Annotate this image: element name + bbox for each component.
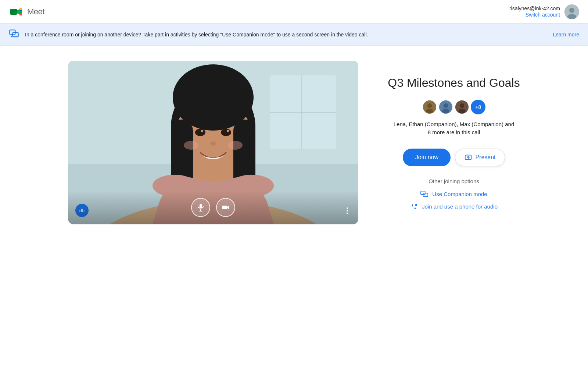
participants-avatars: +8	[422, 100, 485, 114]
participant-avatar-2	[438, 100, 453, 114]
svg-rect-15	[270, 112, 336, 113]
svg-rect-1	[10, 9, 17, 15]
video-preview	[68, 61, 358, 224]
phone-audio-link[interactable]: Join and use a phone for audio	[410, 203, 498, 211]
svg-point-49	[458, 108, 466, 113]
more-options-button[interactable]	[344, 204, 351, 217]
avatar[interactable]	[564, 4, 579, 19]
svg-point-23	[173, 64, 254, 131]
svg-point-29	[184, 141, 198, 150]
microphone-button[interactable]	[191, 198, 210, 217]
meeting-panel: Q3 Milestones and Goals	[388, 61, 520, 215]
header: Meet risalynes@ink-42.com Switch account	[0, 0, 588, 24]
svg-point-24	[195, 129, 205, 136]
svg-rect-53	[423, 193, 428, 196]
svg-point-46	[442, 108, 449, 113]
account-area: risalynes@ink-42.com Switch account	[509, 4, 579, 19]
companion-mode-label: Use Companion mode	[432, 191, 487, 197]
phone-icon	[410, 203, 418, 211]
account-email: risalynes@ink-42.com	[509, 6, 560, 11]
account-info: risalynes@ink-42.com Switch account	[509, 6, 560, 18]
companion-mode-link[interactable]: Use Companion mode	[420, 190, 487, 198]
learn-more-link[interactable]: Learn more	[553, 32, 579, 38]
switch-account-link[interactable]: Switch account	[526, 12, 560, 18]
main-content: Q3 Milestones and Goals	[0, 46, 588, 340]
svg-point-30	[228, 141, 243, 150]
svg-rect-40	[222, 206, 227, 209]
svg-point-45	[444, 103, 448, 108]
logo-area: Meet	[9, 4, 44, 19]
svg-point-48	[460, 103, 465, 108]
svg-point-28	[210, 141, 216, 146]
meeting-title: Q3 Milestones and Goals	[388, 75, 520, 91]
join-buttons: Join now Present	[403, 149, 505, 166]
svg-point-26	[201, 130, 203, 132]
svg-point-43	[426, 108, 433, 113]
participants-description: Lena, Ethan (Companion), Max (Companion)…	[394, 120, 514, 137]
other-options-title: Other joining options	[429, 178, 479, 184]
present-icon	[464, 153, 472, 161]
present-label: Present	[475, 154, 495, 161]
present-button[interactable]: Present	[455, 149, 505, 166]
more-dot-1	[347, 207, 348, 209]
svg-rect-37	[200, 204, 202, 208]
more-dot-3	[347, 213, 348, 214]
participant-avatar-1	[422, 100, 437, 114]
participant-avatar-3	[455, 100, 469, 114]
companion-mode-icon	[9, 29, 19, 40]
svg-point-25	[221, 129, 231, 136]
companion-mode-banner: In a conference room or joining on anoth…	[0, 24, 588, 46]
join-now-button[interactable]: Join now	[403, 149, 451, 166]
more-dot-2	[347, 210, 348, 211]
companion-mode-icon-link	[420, 190, 429, 198]
app-title: Meet	[27, 7, 44, 17]
svg-point-27	[227, 130, 229, 132]
svg-point-5	[569, 8, 574, 13]
phone-audio-label: Join and use a phone for audio	[422, 203, 498, 210]
participant-count-badge: +8	[471, 100, 485, 114]
video-controls-bar	[68, 191, 358, 224]
svg-point-42	[427, 103, 432, 108]
meet-logo-icon	[9, 4, 24, 19]
banner-text: In a conference room or joining on anoth…	[25, 32, 547, 38]
camera-button[interactable]	[216, 198, 235, 217]
